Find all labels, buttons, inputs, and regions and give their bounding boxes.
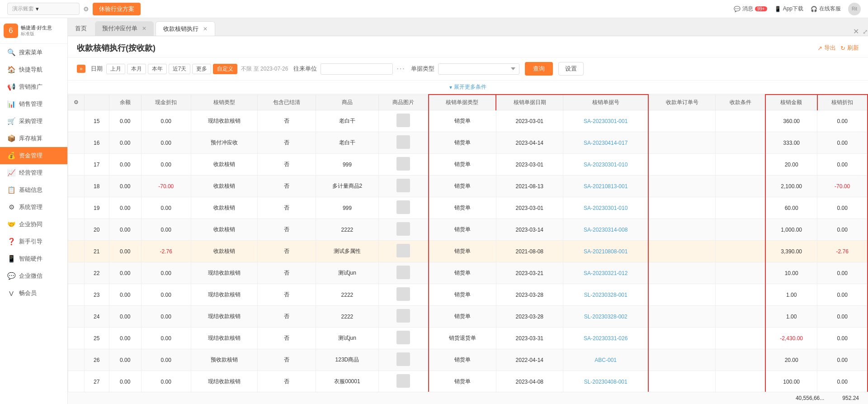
app-download-item[interactable]: 📱 App下载 <box>774 5 803 13</box>
sidebar-item-inventory[interactable]: 📦 库存核算 <box>0 130 67 147</box>
sidebar-item-sales[interactable]: 📊 销售管理 <box>0 95 67 113</box>
industry-button[interactable]: 休验行业方案 <box>93 3 141 15</box>
main-layout: 6 畅捷通·好生意 标准版 🔍 搜索菜单 🏠 快捷导航 📢 营销推广 📊 销售管… <box>0 18 868 404</box>
cell-cancel-order-type: 销货单 <box>429 132 496 154</box>
cell-cancel-discount: 0.00 <box>817 306 868 328</box>
order-type-select[interactable]: 销货单 销货退货单 <box>438 63 519 75</box>
refresh-button[interactable]: ↻ 刷新 <box>840 44 859 52</box>
sidebar-item-purchase[interactable]: 🛒 采购管理 <box>0 113 67 130</box>
dropdown-icon: ▾ <box>36 5 39 12</box>
sidebar-item-search[interactable]: 🔍 搜索菜单 <box>0 44 67 61</box>
sidebar-item-wechat[interactable]: 💬 企业微信 <box>0 267 67 285</box>
cell-cancel-order-type: 销货退货单 <box>429 328 496 349</box>
cell-cancel-order-type: 销货单 <box>429 262 496 284</box>
cell-product: 老白干 <box>316 132 378 154</box>
cell-cancel-order-date: 2023-03-21 <box>496 262 563 284</box>
cell-cancel-order-no: SL-20230328-001 <box>563 284 649 306</box>
cell-cash-discount: 0.00 <box>141 132 191 154</box>
sidebar-item-guide[interactable]: ❓ 新手引导 <box>0 233 67 250</box>
logo-icon: 6 <box>4 24 18 38</box>
company-selector[interactable]: 演示账套 ▾ <box>7 3 80 15</box>
sidebar-item-operations[interactable]: 📈 经营管理 <box>0 164 67 181</box>
cell-cancel-order-date: 2023-03-14 <box>496 219 563 241</box>
cell-product: 2222 <box>316 219 378 241</box>
cell-receipt-condition <box>716 371 765 392</box>
cell-included-settled: 否 <box>258 132 316 154</box>
cell-included-settled: 否 <box>258 110 316 132</box>
filter-settings-button[interactable]: 设置 <box>558 62 584 76</box>
date-btn-more[interactable]: 更多 <box>192 64 211 74</box>
table-row: 21 0.00 -2.76 收款核销 否 测试多属性 销货单 2021-08-0… <box>68 241 868 262</box>
cell-receipt-order-no <box>648 306 715 328</box>
cell-cancel-amount: 1.00 <box>765 284 817 306</box>
expand-more-button[interactable]: ▾ 展开更多条件 <box>449 83 486 91</box>
cell-balance: 0.00 <box>109 306 141 328</box>
date-btn-this-month[interactable]: 本月 <box>127 64 146 74</box>
query-button[interactable]: 查询 <box>525 62 553 76</box>
user-area[interactable]: Rit <box>848 3 861 15</box>
cell-cancel-amount: -2,430.00 <box>765 328 817 349</box>
sidebar-label-sales: 销售管理 <box>19 100 42 108</box>
sidebar-label-smart-hardware: 智能硬件 <box>19 255 42 263</box>
tab-collection[interactable]: 收款核销执行 ✕ <box>156 21 215 36</box>
th-cancel-order-date: 核销单据日期 <box>496 95 563 110</box>
cell-index: 21 <box>85 241 109 262</box>
settings-icon[interactable]: ⚙ <box>83 5 89 13</box>
export-button[interactable]: ↗ 导出 <box>817 44 836 52</box>
purchase-icon: 🛒 <box>7 117 15 125</box>
table-row: 27 0.00 0.00 现结收款核销 否 衣服00001 销货单 2023-0… <box>68 371 868 392</box>
cell-included-settled: 否 <box>258 284 316 306</box>
filter-bar: » 日期 上月 本月 本年 近7天 更多 自定义 不限 至 2023-07-26 <box>68 57 868 81</box>
headset-icon: 🎧 <box>811 6 817 12</box>
cell-product-img <box>379 241 429 262</box>
cell-receipt-order-no <box>648 154 715 176</box>
expand-row: ▾ 展开更多条件 <box>68 81 868 94</box>
sidebar-item-enterprise[interactable]: 🤝 企业协同 <box>0 216 67 233</box>
sidebar-item-finance[interactable]: 💰 资金管理 <box>0 147 67 164</box>
message-badge: 99+ <box>755 6 767 11</box>
cell-receipt-order-no <box>648 328 715 349</box>
tab-prepay-close[interactable]: ✕ <box>142 25 146 32</box>
online-service-item[interactable]: 🎧 在线客服 <box>811 5 841 13</box>
date-filter-section: 日期 上月 本月 本年 近7天 更多 自定义 不限 至 2023-07-26 <box>91 64 288 74</box>
cell-product: 衣服00001 <box>316 371 378 392</box>
date-range-text: 不限 至 2023-07-26 <box>241 65 288 73</box>
date-buttons: 上月 本月 本年 近7天 更多 自定义 <box>106 64 238 74</box>
cell-cancel-amount: 2,100.00 <box>765 176 817 197</box>
sidebar-item-basic-info[interactable]: 📋 基础信息 <box>0 181 67 199</box>
sidebar-item-member[interactable]: V 畅会员 <box>0 285 67 302</box>
sidebar-item-smart-hardware[interactable]: 📱 智能硬件 <box>0 250 67 267</box>
sidebar-item-quick-nav[interactable]: 🏠 快捷导航 <box>0 61 67 78</box>
wechat-icon: 💬 <box>7 272 15 280</box>
message-item[interactable]: 💬 消息 99+ <box>734 5 767 13</box>
cell-cancel-type: 收款核销 <box>191 154 258 176</box>
th-included-settled: 包含已结清 <box>258 95 316 110</box>
tab-prepay[interactable]: 预付冲应付单 ✕ <box>95 21 154 36</box>
from-unit-input[interactable] <box>321 63 393 75</box>
cell-included-settled: 否 <box>258 306 316 328</box>
cell-product: 测试jun <box>316 262 378 284</box>
date-btn-this-year[interactable]: 本年 <box>148 64 167 74</box>
date-btn-custom[interactable]: 自定义 <box>213 64 237 74</box>
table-row: 17 0.00 0.00 收款核销 否 999 销货单 2023-03-01 S… <box>68 154 868 176</box>
cell-receipt-condition <box>716 132 765 154</box>
date-btn-7days[interactable]: 近7天 <box>169 64 191 74</box>
tab-collection-close[interactable]: ✕ <box>203 26 208 32</box>
page-title: 收款核销执行(按收款) <box>77 43 156 53</box>
th-gear[interactable]: ⚙ <box>68 95 85 110</box>
window-close-icon[interactable]: ✕ <box>853 27 859 36</box>
sidebar-label-wechat: 企业微信 <box>19 272 42 280</box>
cell-index: 16 <box>85 132 109 154</box>
smart-hardware-icon: 📱 <box>7 255 15 263</box>
window-expand-icon[interactable]: ⤢ <box>863 28 868 35</box>
date-btn-last-month[interactable]: 上月 <box>106 64 125 74</box>
sidebar-item-system[interactable]: ⚙ 系统管理 <box>0 199 67 216</box>
cell-cancel-type: 现结收款核销 <box>191 284 258 306</box>
expand-arrow[interactable]: » <box>77 65 85 73</box>
tab-home[interactable]: 首页 <box>68 21 94 36</box>
from-unit-label: 往来单位 <box>293 65 317 73</box>
table-row: 22 0.00 0.00 现结收款核销 否 测试jun 销货单 2023-03-… <box>68 262 868 284</box>
cell-receipt-order-no <box>648 284 715 306</box>
main-table: ⚙ 余额 现金折扣 核销类型 包含已结清 商品 商品图片 核销单据类型 核销单据… <box>68 94 868 392</box>
sidebar-item-marketing[interactable]: 📢 营销推广 <box>0 78 67 95</box>
